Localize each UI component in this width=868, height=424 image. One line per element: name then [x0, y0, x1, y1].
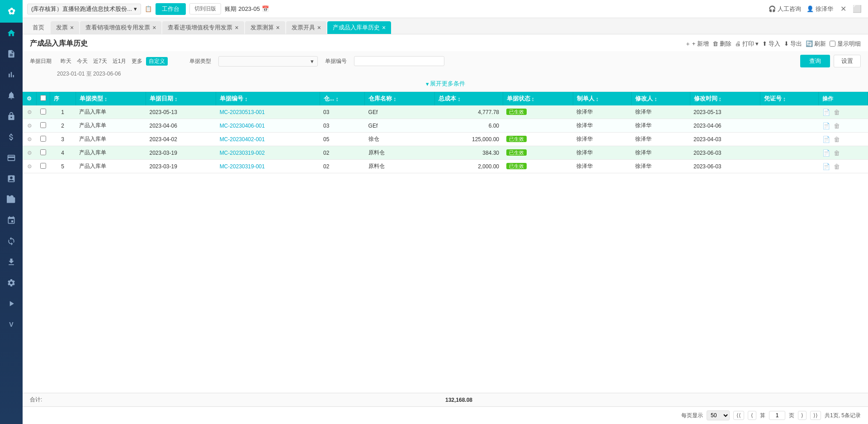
tab-input-vat-close[interactable]: ×: [235, 24, 238, 31]
row-number[interactable]: MC-20230406-001: [216, 119, 320, 133]
sidebar-item-version[interactable]: V: [0, 314, 23, 335]
prev-page-button[interactable]: ⟨: [748, 411, 756, 420]
page-input[interactable]: [769, 411, 785, 420]
col-date[interactable]: 单据日期 ↕: [146, 92, 216, 105]
shortcut-7days[interactable]: 近7天: [91, 57, 109, 66]
table-row[interactable]: ⚙ 4 产品入库单 2023-03-19 MC-20230319-002 02 …: [23, 146, 868, 160]
shortcut-today[interactable]: 今天: [75, 57, 90, 66]
row-view-icon[interactable]: 📄: [822, 109, 830, 116]
tab-input-vat[interactable]: 查看进项增值税专用发票 ×: [162, 21, 244, 34]
col-voucher[interactable]: 凭证号 ↕: [760, 92, 818, 105]
col-warehouse-name[interactable]: 仓库名称 ↕: [365, 92, 435, 105]
shortcut-more[interactable]: 更多: [130, 57, 144, 66]
col-type[interactable]: 单据类型 ↕: [75, 92, 146, 105]
col-number[interactable]: 单据编号 ↕: [216, 92, 320, 105]
col-creator[interactable]: 制单人 ↕: [573, 92, 631, 105]
row-select-checkbox[interactable]: [40, 109, 46, 114]
row-view-icon[interactable]: 📄: [822, 163, 830, 170]
shortcut-yesterday[interactable]: 昨天: [59, 57, 73, 66]
row-view-icon[interactable]: 📄: [822, 136, 830, 143]
sidebar-item-download[interactable]: [0, 252, 23, 272]
table-container[interactable]: ⚙ 序 单据类型 ↕ 单据日期 ↕ 单据编号 ↕ 仓... ↕ 仓库名称 ↕ 总…: [23, 92, 868, 393]
expand-button[interactable]: ▾ 展开更多条件: [426, 80, 465, 88]
row-checkbox[interactable]: [36, 160, 50, 173]
row-number[interactable]: MC-20230402-001: [216, 133, 320, 146]
table-row[interactable]: ⚙ 5 产品入库单 2023-03-19 MC-20230319-001 02 …: [23, 160, 868, 173]
row-delete-icon[interactable]: 🗑: [834, 163, 840, 170]
calendar-icon[interactable]: 📅: [262, 5, 269, 12]
row-view-icon[interactable]: 📄: [822, 149, 830, 157]
sidebar-item-stock[interactable]: [0, 189, 23, 210]
table-row[interactable]: ⚙ 1 产品入库单 2023-05-13 MC-20230513-001 03 …: [23, 105, 868, 119]
row-delete-icon[interactable]: 🗑: [834, 149, 840, 157]
col-checkbox[interactable]: [36, 92, 50, 105]
sidebar-item-chart[interactable]: [0, 64, 23, 85]
row-delete-icon[interactable]: 🗑: [834, 136, 840, 143]
row-number[interactable]: MC-20230513-001: [216, 105, 320, 119]
tab-issue[interactable]: 发票开具 ×: [286, 21, 326, 34]
first-page-button[interactable]: ⟨⟨: [733, 411, 744, 420]
col-total-cost[interactable]: 总成本 ↕: [435, 92, 503, 105]
import-button[interactable]: ⬆ 导入: [762, 40, 780, 48]
sidebar-item-lock[interactable]: [0, 106, 23, 127]
row-delete-icon[interactable]: 🗑: [834, 109, 840, 116]
tab-inventory-history[interactable]: 产成品入库单历史 ×: [327, 21, 391, 34]
tab-issue-close[interactable]: ×: [317, 24, 321, 31]
user-profile[interactable]: 👤 徐泽华: [807, 5, 833, 13]
doc-icon[interactable]: 📋: [145, 5, 152, 12]
user-service-button[interactable]: 🎧 人工咨询: [769, 5, 801, 13]
row-checkbox[interactable]: [36, 133, 50, 146]
switch-version-button[interactable]: 切到旧版: [189, 3, 221, 14]
row-settings[interactable]: ⚙: [23, 133, 36, 146]
row-settings[interactable]: ⚙: [23, 105, 36, 119]
row-select-checkbox[interactable]: [40, 122, 46, 128]
sidebar-item-money[interactable]: [0, 127, 23, 148]
row-number[interactable]: MC-20230319-001: [216, 160, 320, 173]
type-filter-select[interactable]: ▾: [218, 56, 318, 67]
set-button[interactable]: 设置: [834, 55, 861, 67]
shortcut-1month[interactable]: 近1月: [111, 57, 128, 66]
col-modifier[interactable]: 修改人 ↕: [632, 92, 690, 105]
row-checkbox[interactable]: [36, 105, 50, 119]
col-settings[interactable]: ⚙: [23, 92, 36, 105]
query-button[interactable]: 查询: [800, 55, 830, 67]
sidebar-item-invoice[interactable]: [0, 148, 23, 168]
new-button[interactable]: ＋ + 新增: [685, 40, 709, 48]
maximize-window-button[interactable]: ⬜: [851, 5, 863, 13]
col-mod-time[interactable]: 修改时间 ↕: [690, 92, 760, 105]
row-settings[interactable]: ⚙: [23, 160, 36, 173]
delete-button[interactable]: 🗑 删除: [712, 40, 731, 48]
tab-invoice-close[interactable]: ×: [70, 24, 74, 31]
sidebar-item-document[interactable]: [0, 43, 23, 64]
sidebar-item-home[interactable]: [0, 23, 23, 43]
last-page-button[interactable]: ⟩⟩: [810, 411, 821, 420]
row-checkbox[interactable]: [36, 119, 50, 133]
shortcut-custom[interactable]: 自定义: [146, 57, 168, 66]
export-button[interactable]: ⬇ 导出: [784, 40, 802, 48]
col-warehouse-code[interactable]: 仓... ↕: [320, 92, 365, 105]
tab-output-vat-close[interactable]: ×: [152, 24, 156, 31]
show-detail-toggle[interactable]: 显示明细: [830, 40, 861, 48]
sidebar-item-settings[interactable]: [0, 272, 23, 293]
row-number[interactable]: MC-20230319-002: [216, 146, 320, 160]
tab-output-vat[interactable]: 查看销项增值税专用发票 ×: [80, 21, 161, 34]
table-row[interactable]: ⚙ 2 产品入库单 2023-04-06 MC-20230406-001 03 …: [23, 119, 868, 133]
row-delete-icon[interactable]: 🗑: [834, 122, 840, 129]
row-select-checkbox[interactable]: [40, 136, 46, 142]
workbench-button[interactable]: 工作台: [156, 3, 186, 15]
row-checkbox[interactable]: [36, 146, 50, 160]
row-settings[interactable]: ⚙: [23, 146, 36, 160]
sidebar-item-bell[interactable]: [0, 85, 23, 106]
select-all-checkbox[interactable]: [40, 95, 46, 101]
tab-estimate[interactable]: 发票测算 ×: [245, 21, 285, 34]
company-selector[interactable]: (库存核算）直播轻跑通信息技术股份... ▾: [27, 4, 141, 14]
tab-home[interactable]: 首页: [27, 21, 50, 34]
tab-inventory-history-close[interactable]: ×: [382, 24, 386, 31]
next-page-button[interactable]: ⟩: [798, 411, 807, 420]
show-detail-checkbox[interactable]: [830, 41, 835, 47]
sidebar-item-sync[interactable]: [0, 231, 23, 252]
table-row[interactable]: ⚙ 3 产品入库单 2023-04-02 MC-20230402-001 05 …: [23, 133, 868, 146]
col-status[interactable]: 单据状态 ↕: [503, 92, 573, 105]
row-select-checkbox[interactable]: [40, 163, 46, 169]
row-settings[interactable]: ⚙: [23, 119, 36, 133]
